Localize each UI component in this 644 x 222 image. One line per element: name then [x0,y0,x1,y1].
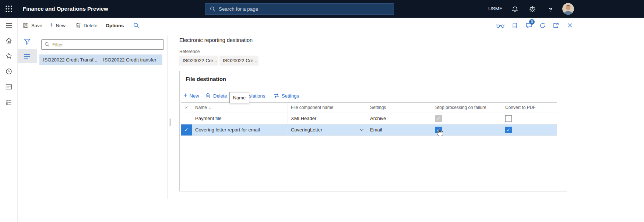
pane-selector [18,33,37,222]
help-book-icon[interactable] [510,20,520,31]
stop-processing-checkbox[interactable]: ✓ [435,115,442,122]
view-glasses-icon[interactable] [495,20,506,31]
list-item-name: ISO20022 Credit Transf... [39,57,103,63]
filter-search-icon [45,42,50,47]
select-all-checkbox[interactable]: ✓ [181,103,192,113]
convert-pdf-cell: ✓ [502,124,557,135]
file-destination-group: File destination + New Delete Translatio… [179,71,567,191]
stop-processing-cell: ✓ [432,124,502,135]
list-item-description: ISO20022 Credit transfer [103,57,156,63]
splitter-grip [169,119,170,126]
stop-processing-checkbox[interactable]: ✓ [435,127,442,133]
command-bar: Save + New Delete Options 0 [0,18,644,33]
section-title: File destination [186,76,226,82]
column-header-component[interactable]: File component name [288,103,367,113]
settings-cell[interactable]: Email [367,124,432,135]
page-title: Electronic reporting destination [179,37,253,43]
filter-input[interactable] [52,42,161,47]
recent-clock-icon[interactable] [0,64,18,79]
message-count-badge: 0 [529,19,535,25]
home-icon[interactable] [0,33,18,48]
component-cell[interactable]: XMLHeader [288,113,367,124]
filter-funnel-icon[interactable] [18,35,37,49]
check-icon: ✓ [437,124,440,135]
app-title: Finance and Operations Preview [23,0,108,18]
settings-cell[interactable]: Archive [367,113,432,124]
stop-processing-cell: ✓ [432,113,502,124]
panel-divider [168,36,168,199]
sort-desc-icon: ↓ [209,105,211,110]
grid-header-row: ✓ Name↓ File component name Settings Sto… [181,103,557,113]
name-cell[interactable]: Covering letter report for email [192,124,288,135]
record-list-panel: ISO20022 Credit Transf... ISO20022 Credi… [37,33,168,199]
app-launcher-icon[interactable] [3,5,14,13]
check-icon: ✓ [184,103,188,113]
convert-pdf-checkbox[interactable]: ✓ [505,127,512,133]
search-icon [210,6,215,12]
trash-icon [205,93,211,99]
forms-icon[interactable] [0,80,18,94]
convert-pdf-checkbox[interactable] [505,115,512,122]
exchange-arrows-icon [274,94,279,98]
delete-button[interactable]: Delete [75,18,98,33]
column-header-stop-processing[interactable]: Stop processing on failure [432,103,502,113]
save-icon [23,22,29,28]
tooltip: Name [229,92,249,103]
plus-icon: + [183,92,187,99]
trash-icon [75,22,81,28]
check-icon: ✓ [184,124,189,135]
refresh-icon[interactable] [537,20,548,31]
save-button[interactable]: Save [23,18,42,33]
search-placeholder: Search for a page [219,6,258,12]
grid-settings-button[interactable]: Settings [274,91,299,101]
name-cell[interactable]: Payment file [192,113,288,124]
table-row[interactable]: Payment file XMLHeader Archive ✓ [181,113,557,124]
hamburger-menu-icon[interactable] [0,18,18,33]
reference-label: Reference [179,49,200,54]
top-navigation-bar: Finance and Operations Preview Search fo… [0,0,644,18]
check-icon: ✓ [507,124,510,135]
chevron-down-icon[interactable] [360,128,364,131]
page-search-box[interactable]: Search for a page [205,3,394,15]
company-selector[interactable]: USMF [488,0,502,18]
column-header-convert-pdf[interactable]: Convert to PDF [502,103,557,113]
reference-value-2[interactable]: ISO20022 Cre... [219,56,258,66]
notifications-bell-icon[interactable] [511,6,518,13]
column-header-settings[interactable]: Settings [367,103,432,113]
column-header-name[interactable]: Name↓ [192,103,288,113]
row-select-checkbox[interactable] [181,113,192,124]
new-button[interactable]: + New [49,18,66,33]
main-content: Electronic reporting destination Referen… [177,33,644,222]
list-view-icon[interactable] [18,49,37,63]
table-row[interactable]: ✓ Covering letter report for email Cover… [181,124,557,136]
workspaces-list-icon[interactable] [0,95,18,110]
command-search-icon[interactable] [133,18,139,33]
reference-value-1[interactable]: ISO20022 Cre... [179,56,218,66]
options-menu-button[interactable]: Options [106,18,124,33]
close-icon[interactable] [565,20,575,31]
open-in-new-window-icon[interactable] [551,20,561,31]
help-icon[interactable]: ? [547,6,554,13]
settings-gear-icon[interactable] [529,6,536,13]
convert-pdf-cell [502,113,557,124]
navigation-rail [0,18,18,222]
list-item[interactable]: ISO20022 Credit Transf... ISO20022 Credi… [39,54,162,65]
file-destination-grid: ✓ Name↓ File component name Settings Sto… [181,102,557,186]
plus-icon: + [49,22,53,28]
user-avatar[interactable] [562,3,574,15]
grid-delete-button[interactable]: Delete [205,91,227,101]
favorites-star-icon[interactable] [0,48,18,63]
component-cell[interactable]: CoveringLetter [288,124,367,135]
grid-new-button[interactable]: + New [183,91,199,101]
check-icon: ✓ [437,113,440,124]
row-select-checkbox[interactable]: ✓ [181,124,192,135]
filter-input-wrapper [41,39,164,50]
splitter-handle[interactable] [168,33,171,199]
